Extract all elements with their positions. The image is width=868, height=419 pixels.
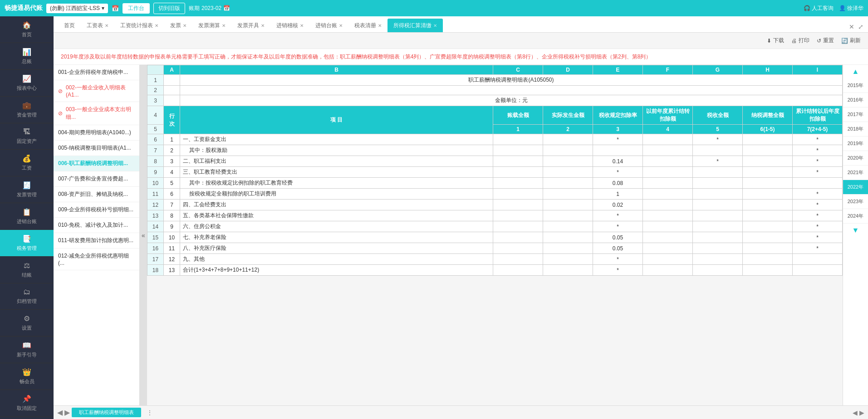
- cell-12-f[interactable]: [643, 200, 693, 210]
- service-btn[interactable]: 🎧 人工客询: [804, 5, 834, 12]
- tab-bar-close-icon[interactable]: ✕: [849, 23, 854, 30]
- tab-tax-clearance[interactable]: 税表清册 ✕: [348, 19, 387, 32]
- cell-9-f[interactable]: [643, 167, 693, 178]
- cell-18-num[interactable]: 13: [164, 265, 180, 276]
- cell-16-d[interactable]: [543, 243, 593, 254]
- cell-12-g[interactable]: [693, 200, 743, 210]
- table-row[interactable]: 15 10 七、补充养老保险 0.05 *: [147, 232, 843, 243]
- cell-7-f[interactable]: [643, 145, 693, 156]
- cell-12-i[interactable]: *: [793, 200, 843, 210]
- table-row[interactable]: 6 1 一、工资薪金支出 * * *: [147, 134, 843, 145]
- cell-6-d[interactable]: [543, 134, 593, 145]
- cell-8-c[interactable]: [493, 156, 543, 167]
- cell-10-e[interactable]: 0.08: [593, 178, 643, 189]
- tab-close-invoice-open[interactable]: ✕: [261, 23, 265, 28]
- cell-10-project[interactable]: 其中：按税收规定比例扣除的职工教育经费: [180, 178, 493, 189]
- sidebar-item-unpin[interactable]: 📌 取消固定: [0, 390, 54, 417]
- list-item-010[interactable]: 010-免税、减计收入及加计...: [54, 218, 139, 233]
- workspace-button[interactable]: 工作台: [123, 3, 150, 14]
- cell-10-g[interactable]: [693, 178, 743, 189]
- tab-payroll[interactable]: 工资表 ✕: [81, 19, 114, 32]
- cell-18-project[interactable]: 合计(1+3+4+7+8+9+10+11+12): [180, 265, 493, 276]
- cell-15-c[interactable]: [493, 232, 543, 243]
- scroll-left-icon[interactable]: ◀: [57, 408, 63, 417]
- tab-invoice[interactable]: 发票 ✕: [164, 19, 192, 32]
- sidebar-item-member[interactable]: 👑 畅会员: [0, 363, 54, 390]
- cell-14-num[interactable]: 9: [164, 221, 180, 232]
- cell-6-c[interactable]: [493, 134, 543, 145]
- cell-13-project[interactable]: 五、各类基本社会保障性缴款: [180, 210, 493, 221]
- list-item-003[interactable]: ⊘ 003-一般企业业成本支出明细...: [54, 102, 139, 125]
- tab-bar-expand-icon[interactable]: ⤢: [858, 23, 863, 30]
- list-item-005[interactable]: 005-纳税调整项目明细表(A1...: [54, 141, 139, 156]
- cell-14-e[interactable]: *: [593, 221, 643, 232]
- list-item-009[interactable]: 009-企业所得税税补亏损明细...: [54, 202, 139, 218]
- sidebar-item-tax-mgmt[interactable]: 📑 税务管理: [0, 230, 54, 257]
- cell-16-e[interactable]: 0.05: [593, 243, 643, 254]
- list-item-012[interactable]: 012-减免企业所得税优惠明细(...: [54, 248, 139, 270]
- bottom-tab-sheet[interactable]: 职工薪酬纳税调整明细表: [72, 408, 141, 417]
- year-item-2020[interactable]: 2020年: [843, 151, 868, 166]
- cell-15-e[interactable]: 0.05: [593, 232, 643, 243]
- tab-purchase-check[interactable]: 进销稽核 ✕: [270, 19, 309, 32]
- list-item-004[interactable]: 004-期间费用明细表(A1040...): [54, 125, 139, 141]
- year-item-2019[interactable]: 2019年: [843, 136, 868, 151]
- cell-18-f[interactable]: [643, 265, 693, 276]
- bottom-scroll-left[interactable]: ◀: [853, 409, 858, 416]
- tab-close-invoice-calc[interactable]: ✕: [222, 23, 226, 28]
- table-row[interactable]: 14 9 六、住房公积金 * *: [147, 221, 843, 232]
- list-item-001[interactable]: 001-企业所得税年度纳税申...: [54, 65, 139, 80]
- cell-17-e[interactable]: *: [593, 254, 643, 265]
- cell-17-d[interactable]: [543, 254, 593, 265]
- sidebar-item-settings[interactable]: ⚙ 设置: [0, 310, 54, 336]
- sidebar-item-payroll[interactable]: 💰 工资: [0, 150, 54, 176]
- cell-18-e[interactable]: *: [593, 265, 643, 276]
- cell-8-d[interactable]: [543, 156, 593, 167]
- tab-close-income-tax[interactable]: ✕: [433, 23, 437, 28]
- table-row[interactable]: 8 3 二、职工福利支出 0.14 * *: [147, 156, 843, 167]
- cell-8-h[interactable]: [743, 156, 793, 167]
- cell-16-g[interactable]: [693, 243, 743, 254]
- cell-18-g[interactable]: [693, 265, 743, 276]
- cell-17-c[interactable]: [493, 254, 543, 265]
- cell-10-i[interactable]: [793, 178, 843, 189]
- cell-11-e[interactable]: 1: [593, 189, 643, 200]
- cell-7-e[interactable]: [593, 145, 643, 156]
- cell-18-i[interactable]: [793, 265, 843, 276]
- cell-8-e[interactable]: 0.14: [593, 156, 643, 167]
- cell-9-h[interactable]: [743, 167, 793, 178]
- cell-6-i[interactable]: *: [793, 134, 843, 145]
- tab-home[interactable]: 首页: [58, 19, 81, 32]
- cell-10-f[interactable]: [643, 178, 693, 189]
- cell-16-project[interactable]: 八、补充医疗保险: [180, 243, 493, 254]
- tab-close-payroll-stat[interactable]: ✕: [155, 23, 158, 28]
- cell-15-project[interactable]: 七、补充养老保险: [180, 232, 493, 243]
- cell-6-h[interactable]: [743, 134, 793, 145]
- table-row[interactable]: 10 5 其中：按税收规定比例扣除的职工教育经费 0.08: [147, 178, 843, 189]
- calendar-icon[interactable]: 📅: [112, 5, 119, 12]
- tab-close-purchase-check[interactable]: ✕: [300, 23, 304, 28]
- cell-7-num[interactable]: 2: [164, 145, 180, 156]
- cell-15-i[interactable]: *: [793, 232, 843, 243]
- cell-15-g[interactable]: [693, 232, 743, 243]
- cell-13-h[interactable]: [743, 210, 793, 221]
- year-nav-down[interactable]: ▼: [849, 224, 862, 237]
- cell-9-g[interactable]: [693, 167, 743, 178]
- scroll-right-icon[interactable]: ▶: [64, 408, 70, 417]
- list-item-008[interactable]: 008-资产折旧、摊销及纳税...: [54, 187, 139, 202]
- year-item-2023[interactable]: 2023年: [843, 195, 868, 209]
- cell-7-h[interactable]: [743, 145, 793, 156]
- cell-16-num[interactable]: 11: [164, 243, 180, 254]
- refresh-button[interactable]: 🔄 刷新: [841, 37, 861, 44]
- cell-16-i[interactable]: *: [793, 243, 843, 254]
- cell-11-g[interactable]: [693, 189, 743, 200]
- cell-12-d[interactable]: [543, 200, 593, 210]
- sidebar-item-general-ledger[interactable]: 📊 总账: [0, 43, 54, 70]
- cell-14-h[interactable]: [743, 221, 793, 232]
- cell-17-num[interactable]: 12: [164, 254, 180, 265]
- cell-11-f[interactable]: [643, 189, 693, 200]
- cell-13-e[interactable]: *: [593, 210, 643, 221]
- company-selector[interactable]: (勿删) 江西皑宝-LSS ▾: [46, 4, 108, 13]
- cell-12-c[interactable]: [493, 200, 543, 210]
- year-item-2024[interactable]: 2024年: [843, 209, 868, 224]
